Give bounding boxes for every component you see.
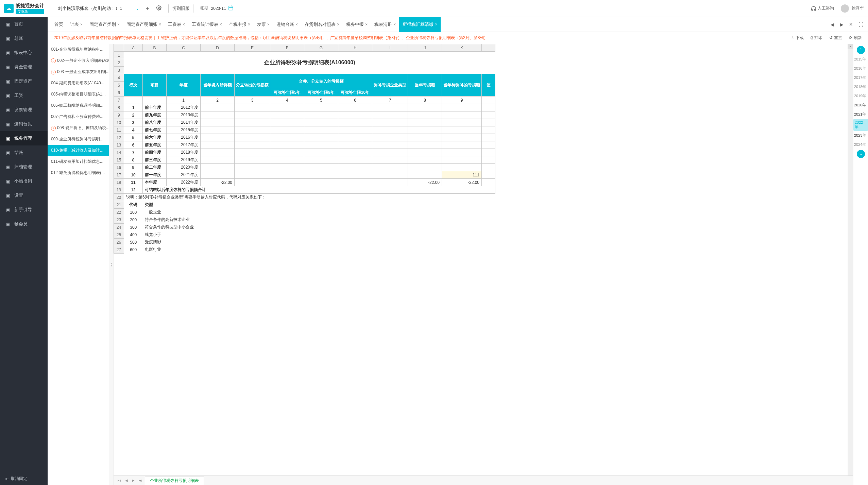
cell[interactable] [270,104,304,111]
cell[interactable] [482,149,495,156]
cell[interactable] [270,179,304,186]
cell[interactable] [372,119,408,126]
cell[interactable]: 本年度 [143,179,167,186]
cell[interactable] [482,119,495,126]
cell[interactable] [408,171,442,179]
report-item[interactable]: 006-职工薪酬纳税调整明细... [48,100,109,111]
close-icon[interactable]: × [183,22,185,27]
col-header[interactable]: F [270,44,304,52]
account-name[interactable]: 刘小艳演示账套（勿删勿动！）1 [58,5,122,12]
col-header[interactable]: G [304,44,338,52]
cell[interactable] [482,126,495,134]
cell[interactable] [442,164,482,171]
cell[interactable]: 2 [124,111,143,119]
cell[interactable] [338,179,372,186]
row-header[interactable]: 17 [114,171,124,179]
cell[interactable] [338,156,372,164]
row-header[interactable]: 9 [114,111,124,119]
cell[interactable]: 前一年度 [143,171,167,179]
cell[interactable] [235,171,270,179]
tab[interactable]: 固定资产明细账× [123,17,165,32]
row-header[interactable]: 8 [114,104,124,111]
col-header[interactable]: H [338,44,372,52]
cell[interactable] [338,149,372,156]
cell[interactable]: 2 [201,97,235,104]
report-item[interactable]: 011-研发费用加计扣除优惠... [48,156,109,167]
cell[interactable] [235,179,270,186]
cell[interactable]: 4 [270,97,304,104]
col-header[interactable]: C [167,44,201,52]
report-item[interactable]: 012-减免所得税优惠明细表(... [48,167,109,178]
tab[interactable]: 发票× [254,17,273,32]
report-item[interactable]: 001-企业所得税年度纳税申... [48,44,109,55]
col-header[interactable]: B [143,44,167,52]
cell[interactable] [372,134,408,141]
refresh-button[interactable]: ⟳刷新 [849,35,862,41]
cell[interactable] [235,164,270,171]
report-item[interactable]: 003-一般企业成本支出明细... [48,66,109,77]
cell[interactable] [338,134,372,141]
year-item[interactable]: 2020年 [853,101,868,110]
cell[interactable]: 前六年度 [143,134,167,141]
row-header[interactable]: 5 [114,82,124,89]
cell[interactable] [304,164,338,171]
close-icon[interactable]: × [435,22,437,27]
row-header[interactable]: 22 [114,209,124,216]
print-button[interactable]: ⎙打印 [811,35,822,41]
sidebar-item-guide[interactable]: ▣新手引导 [0,203,48,217]
report-item[interactable]: 009-企业所得税弥补亏损明... [48,134,109,145]
cell[interactable]: 2021年度 [167,171,201,179]
cell[interactable]: 10 [124,171,143,179]
sidebar-item-archive[interactable]: ▣归档管理 [0,160,48,174]
close-icon[interactable]: × [220,22,222,27]
cell[interactable] [408,119,442,126]
cell[interactable] [408,156,442,164]
cell[interactable] [304,126,338,134]
cell[interactable]: 8 [408,97,442,104]
cell[interactable] [201,104,235,111]
report-item[interactable]: 010-免税、减计收入及加计... [48,145,109,156]
tab-close-all-icon[interactable]: ✕ [848,20,854,29]
cell[interactable] [270,111,304,119]
cell[interactable]: 前八年度 [143,119,167,126]
sidebar-item-asset[interactable]: ▣固定资产 [0,74,48,88]
sheet-corner[interactable] [114,44,124,52]
cell[interactable] [442,134,482,141]
cell[interactable] [372,149,408,156]
period-value[interactable]: 2023-11 [211,6,226,11]
cell[interactable]: -22.00 [201,179,235,186]
cell[interactable] [442,141,482,149]
cell[interactable] [124,97,143,104]
sidebar-item-salary[interactable]: ▣工资 [0,88,48,103]
cell[interactable]: 2014年度 [167,119,201,126]
row-header[interactable]: 18 [114,179,124,186]
report-item[interactable]: 008-资产折旧、摊销及纳税... [48,122,109,134]
cell[interactable]: 2015年度 [167,126,201,134]
cell[interactable] [408,141,442,149]
close-icon[interactable]: × [248,22,250,27]
row-header[interactable]: 13 [114,141,124,149]
close-icon[interactable]: × [393,22,396,27]
cell[interactable]: 6 [338,97,372,104]
cell[interactable]: 1 [167,97,201,104]
cell[interactable] [235,149,270,156]
tab[interactable]: 所得税汇算清缴× [399,17,441,32]
year-item[interactable]: 2021年 [853,110,868,119]
report-item[interactable]: 007-广告费和业务宣传费跨... [48,111,109,122]
sidebar-item-ledger[interactable]: ▣总账 [0,31,48,46]
cell[interactable] [408,134,442,141]
cell[interactable] [442,104,482,111]
cell[interactable] [201,149,235,156]
tab[interactable]: 计表× [67,17,86,32]
cell[interactable] [270,164,304,171]
row-header[interactable]: 7 [114,97,124,104]
cell[interactable]: 前三年度 [143,156,167,164]
cell[interactable] [201,126,235,134]
cell[interactable] [482,134,495,141]
close-icon[interactable]: × [80,22,83,27]
cell[interactable] [372,104,408,111]
cell[interactable]: 6 [124,141,143,149]
row-header[interactable]: 6 [114,89,124,97]
year-down-icon[interactable]: ⌄ [857,150,865,158]
cell[interactable]: 2022年度 [167,179,201,186]
